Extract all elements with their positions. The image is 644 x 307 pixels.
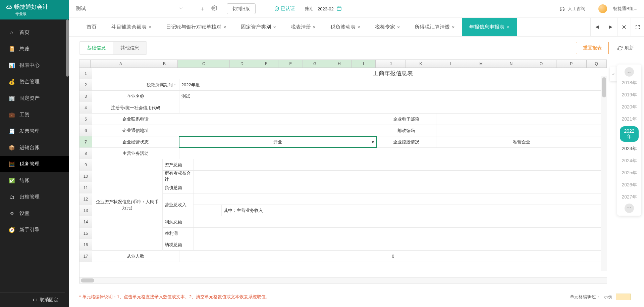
- column-header[interactable]: B: [151, 60, 178, 68]
- tab[interactable]: 固定资产类别×: [233, 18, 283, 36]
- unpin-button[interactable]: 取消固定: [0, 292, 65, 307]
- year-option[interactable]: 2027年: [617, 191, 641, 203]
- cell-value[interactable]: [436, 114, 607, 125]
- sidebar-item[interactable]: 🧮税务管理: [0, 156, 69, 172]
- row-number[interactable]: 3: [79, 91, 92, 102]
- row-number[interactable]: 6: [79, 125, 92, 136]
- vertical-scrollbar[interactable]: [601, 76, 607, 271]
- year-up-button[interactable]: ︿: [625, 67, 634, 77]
- sidebar-item[interactable]: ✅结账: [0, 172, 69, 189]
- column-header[interactable]: L: [436, 60, 466, 68]
- cell-label[interactable]: 净利润: [163, 228, 194, 239]
- plus-icon[interactable]: ＋: [199, 5, 205, 13]
- cell-label[interactable]: 企业通信地址: [92, 125, 179, 136]
- cell-label[interactable]: 主营业务活动: [92, 148, 179, 159]
- column-header[interactable]: I: [352, 60, 376, 68]
- tab-close-icon[interactable]: ×: [452, 25, 454, 30]
- cell-label[interactable]: 企业联系电话: [92, 114, 179, 125]
- tab[interactable]: 日记账与银行对账单核对×: [159, 18, 233, 36]
- refresh-button[interactable]: 刷新: [618, 45, 634, 51]
- cell-value[interactable]: 2022年度: [179, 79, 607, 90]
- fullscreen-button[interactable]: [631, 18, 644, 36]
- year-option[interactable]: 2024年: [617, 155, 641, 167]
- column-header[interactable]: N: [496, 60, 526, 68]
- row-number[interactable]: 14: [79, 216, 92, 228]
- column-header[interactable]: E: [254, 60, 279, 68]
- cell-value[interactable]: 测试: [179, 91, 607, 102]
- year-option[interactable]: 2020年: [617, 101, 641, 113]
- row-number[interactable]: 17: [79, 251, 92, 262]
- account-input[interactable]: [76, 6, 193, 11]
- cell-label[interactable]: 纳税总额: [163, 239, 194, 250]
- row-number[interactable]: 1: [79, 68, 92, 79]
- calendar-icon[interactable]: [336, 6, 342, 12]
- cell-label[interactable]: 注册号/统一社会信用代码: [92, 102, 179, 113]
- user-name[interactable]: 畅捷通B组...: [613, 6, 637, 12]
- gear-icon[interactable]: [211, 5, 217, 13]
- cell-label[interactable]: 资产总额: [163, 159, 194, 170]
- account-selector[interactable]: ﹀: [76, 4, 193, 13]
- merged-label[interactable]: 企业资产状况信息(币种：人民币万元): [92, 159, 163, 251]
- old-version-button[interactable]: 切到旧版: [227, 3, 256, 14]
- year-option[interactable]: 2019年: [617, 89, 641, 101]
- sidebar-item[interactable]: 🧭新手引导: [0, 222, 69, 238]
- tabs-prev-button[interactable]: ◄: [590, 18, 604, 36]
- row-number[interactable]: 8: [79, 148, 92, 159]
- year-option[interactable]: 2023年: [617, 143, 641, 155]
- sidebar-item[interactable]: 📔总账: [0, 41, 69, 57]
- cell-label[interactable]: 营业总收入: [163, 193, 194, 216]
- column-header[interactable]: D: [230, 60, 254, 68]
- tab[interactable]: 年报信息申报表×: [462, 18, 517, 36]
- cell-label[interactable]: 其中：主营业务收入: [222, 205, 302, 216]
- cell-value[interactable]: [194, 171, 607, 182]
- tabs-next-button[interactable]: ►: [604, 18, 617, 36]
- cell-value[interactable]: [194, 228, 607, 239]
- tab[interactable]: 税检专家×: [368, 18, 407, 36]
- period-value[interactable]: 2023-02: [318, 6, 334, 11]
- row-number[interactable]: 5: [79, 114, 92, 125]
- column-header[interactable]: F: [278, 60, 303, 68]
- year-option[interactable]: 2021年: [617, 114, 641, 125]
- sidebar-scrollbar[interactable]: [66, 19, 69, 77]
- sidebar-item[interactable]: ⌂首页: [0, 24, 69, 41]
- tab[interactable]: 税表清册×: [283, 18, 323, 36]
- cell-value[interactable]: 0: [179, 251, 607, 262]
- row-number[interactable]: 11: [79, 182, 92, 193]
- row-number[interactable]: 12: [79, 193, 92, 205]
- sidebar-item[interactable]: ⚙设置: [0, 205, 69, 222]
- row-number[interactable]: 7: [79, 136, 92, 147]
- corner-cell[interactable]: [79, 60, 91, 68]
- cell-value[interactable]: [194, 182, 607, 193]
- cell-value[interactable]: [179, 114, 376, 125]
- cell-value[interactable]: [179, 102, 607, 113]
- cell-label[interactable]: 邮政编码: [376, 125, 436, 136]
- tab[interactable]: 所得税汇算清缴×: [407, 18, 462, 36]
- cell-label[interactable]: 企业名称: [92, 91, 179, 102]
- row-number[interactable]: 2: [79, 79, 92, 90]
- column-header[interactable]: O: [526, 60, 556, 68]
- sidebar-item[interactable]: 🧾发票管理: [0, 123, 69, 139]
- cell-value[interactable]: [179, 148, 607, 159]
- cell-value[interactable]: [302, 205, 607, 216]
- tab[interactable]: 税负波动表×: [323, 18, 368, 36]
- sidebar-item[interactable]: 💼工资: [0, 106, 69, 123]
- cell-label[interactable]: 企业控股情况: [376, 136, 436, 147]
- column-header[interactable]: K: [406, 60, 436, 68]
- horizontal-scrollbar[interactable]: [79, 277, 607, 283]
- cell-label[interactable]: 从业人数: [92, 251, 179, 262]
- sheet-title[interactable]: 工商年报信息表: [179, 68, 607, 79]
- cell-label[interactable]: 企业电子邮箱: [376, 114, 436, 125]
- sidebar-item[interactable]: 📦进销台账: [0, 139, 69, 156]
- cell-label[interactable]: 所有者权益合计: [163, 171, 194, 182]
- column-header[interactable]: J: [376, 60, 406, 68]
- column-header[interactable]: G: [303, 60, 327, 68]
- tab[interactable]: 首页: [79, 18, 104, 36]
- cell-value[interactable]: [194, 216, 607, 227]
- row-number[interactable]: 9: [79, 159, 92, 171]
- support-button[interactable]: 人工咨询: [559, 6, 585, 12]
- cell-value[interactable]: 私营企业: [436, 136, 607, 147]
- cell-label[interactable]: 企业经营状态: [92, 136, 179, 147]
- year-down-button[interactable]: ﹀: [625, 204, 634, 213]
- tab-close-icon[interactable]: ×: [358, 25, 360, 30]
- sidebar-item[interactable]: 🏢固定资产: [0, 90, 69, 106]
